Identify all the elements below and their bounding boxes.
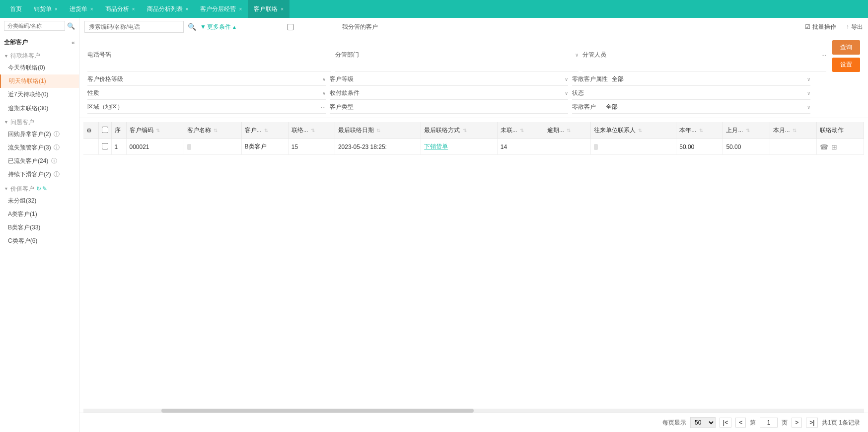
info-icon: ⓘ — [54, 131, 60, 138]
filter-payment: 收付款条件 ∨ — [330, 89, 568, 100]
cell-contact: 15 — [288, 139, 335, 155]
chevron-down-icon[interactable]: ∨ — [565, 76, 568, 82]
row-checkbox[interactable] — [102, 143, 108, 149]
sidebar-item-class-c[interactable]: C类客户(6) — [0, 234, 79, 248]
top-nav: 首页 销货单 × 进货单 × 商品分析 × 商品分析列表 × 客户分层经营 × … — [0, 0, 868, 18]
sidebar-item-repurchase-anomaly[interactable]: 回购异常客户(2) ⓘ — [0, 128, 79, 141]
chevron-up-icon: ▲ — [232, 24, 237, 30]
close-icon[interactable]: × — [90, 6, 93, 12]
col-code[interactable]: 客户编码 ⇅ — [126, 122, 184, 139]
filter-phone: 电话号码 — [87, 40, 331, 72]
triangle-icon: ▼ — [4, 54, 8, 59]
settings-btn[interactable]: 设置 — [832, 58, 860, 72]
sidebar-item-declining[interactable]: 持续下滑客户(2) ⓘ — [0, 168, 79, 181]
my-customer-checkbox[interactable]: 我分管的客户 — [241, 23, 378, 31]
per-page-select[interactable]: 50 100 200 — [690, 417, 716, 428]
col-name[interactable]: 客户名称 ⇅ — [184, 122, 241, 139]
chevron-down-icon[interactable]: ∨ — [807, 90, 810, 96]
export-btn[interactable]: ↑ 导出 — [846, 23, 863, 31]
col-checkbox[interactable] — [98, 122, 111, 139]
cell-not-contacted: 14 — [497, 139, 544, 155]
sidebar-item-churn-warning[interactable]: 流失预警客户(3) ⓘ — [0, 141, 79, 154]
cell-this-year: 50.00 — [676, 139, 723, 155]
col-last-month[interactable]: 上月... ⇅ — [723, 122, 770, 139]
search-input[interactable] — [84, 21, 184, 33]
chevron-down-icon[interactable]: ∨ — [575, 52, 579, 58]
scrollbar-thumb[interactable] — [161, 409, 474, 413]
filter-icon: ▼ — [200, 23, 206, 30]
sidebar-section-problem: ▼ 问题客户 — [0, 115, 79, 128]
col-this-month[interactable]: 本月... ⇅ — [770, 122, 816, 139]
collapse-icon[interactable]: « — [72, 39, 75, 46]
nav-customer-contact[interactable]: 客户联络 × — [248, 0, 289, 18]
cell-type: B类客户 — [241, 139, 288, 155]
phone-input[interactable] — [121, 52, 331, 59]
sidebar-search-icon[interactable]: 🔍 — [67, 22, 75, 30]
chevron-down-icon[interactable]: ∨ — [322, 90, 326, 96]
more-icon[interactable]: ··· — [321, 104, 326, 111]
col-not-contacted[interactable]: 未联... ⇅ — [497, 122, 544, 139]
cell-name[interactable] — [184, 139, 241, 155]
chevron-down-icon[interactable]: ∨ — [565, 90, 568, 96]
sidebar-search-input[interactable] — [4, 21, 65, 31]
nav-customer-tier[interactable]: 客户分层经营 × — [194, 0, 248, 18]
nav-sales[interactable]: 销货单 × — [28, 0, 64, 18]
close-icon[interactable]: × — [186, 6, 189, 12]
sidebar: 🔍 全部客户 « ▼ 待联络客户 今天待联络(0) 明天待联络(1) 近7天待联… — [0, 18, 79, 432]
sort-icon: ⇅ — [567, 128, 571, 133]
edit-icon[interactable]: ✎ — [42, 185, 47, 192]
col-contact[interactable]: 联络... ⇅ — [288, 122, 335, 139]
col-unit-contact[interactable]: 往来单位联系人 ⇅ — [591, 122, 676, 139]
chevron-down-icon[interactable]: ∨ — [322, 76, 326, 82]
cell-last-method[interactable]: 下销货单 — [421, 139, 497, 155]
col-settings[interactable]: ⚙ — [83, 122, 98, 139]
nav-product-analysis-list[interactable]: 商品分析列表 × — [141, 0, 195, 18]
cell-code: 000021 — [126, 139, 184, 155]
sidebar-item-churned[interactable]: 已流失客户(24) ⓘ — [0, 154, 79, 168]
cell-checkbox[interactable] — [98, 139, 111, 155]
page-input[interactable] — [760, 418, 778, 428]
chevron-down-icon[interactable]: ∨ — [807, 76, 810, 82]
col-overdue[interactable]: 逾期... ⇅ — [544, 122, 590, 139]
more-icon[interactable]: ··· — [821, 52, 826, 59]
sort-icon: ⇅ — [793, 128, 796, 133]
phone-icon[interactable]: ☎ — [820, 143, 828, 151]
grid-icon[interactable]: ⊞ — [831, 143, 837, 151]
sidebar-item-tomorrow[interactable]: 明天待联络(1) — [0, 74, 79, 88]
close-icon[interactable]: × — [132, 6, 135, 12]
chevron-down-icon[interactable]: ∨ — [807, 104, 810, 110]
sidebar-item-class-b[interactable]: B类客户(33) — [0, 221, 79, 234]
sidebar-item-today[interactable]: 今天待联络(0) — [0, 61, 79, 74]
sidebar-item-overdue[interactable]: 逾期未联络(30) — [0, 102, 79, 115]
name-tag — [187, 144, 191, 150]
last-page-btn[interactable]: >| — [806, 418, 818, 428]
next-page-btn[interactable]: > — [792, 418, 802, 428]
col-last-method[interactable]: 最后联络方式 ⇅ — [421, 122, 497, 139]
query-btn[interactable]: 查询 — [832, 40, 860, 55]
col-no: 序 — [111, 122, 126, 139]
select-all-checkbox[interactable] — [102, 127, 108, 133]
horizontal-scrollbar[interactable] — [83, 409, 864, 413]
refresh-icon[interactable]: ↻ — [36, 185, 41, 192]
close-icon[interactable]: × — [55, 6, 58, 12]
col-last-date[interactable]: 最后联络日期 ⇅ — [335, 122, 421, 139]
nav-product-analysis[interactable]: 商品分析 × — [99, 0, 141, 18]
my-customer-check[interactable] — [241, 24, 340, 30]
prev-page-btn[interactable]: < — [735, 418, 746, 428]
sidebar-item-class-a[interactable]: A类客户(1) — [0, 208, 79, 221]
filter-dept: 分管部门 ∨ — [335, 40, 579, 72]
col-type[interactable]: 客户... ⇅ — [241, 122, 288, 139]
search-icon[interactable]: 🔍 — [188, 23, 196, 31]
nav-purchase[interactable]: 进货单 × — [64, 0, 99, 18]
sidebar-item-7days[interactable]: 近7天待联络(0) — [0, 88, 79, 101]
sidebar-item-ungrouped[interactable]: 未分组(32) — [0, 194, 79, 208]
cell-last-month: 50.00 — [723, 139, 770, 155]
first-page-btn[interactable]: |< — [720, 418, 731, 428]
close-icon[interactable]: × — [239, 6, 242, 12]
export-icon: ↑ — [846, 23, 849, 30]
col-this-year[interactable]: 本年... ⇅ — [676, 122, 723, 139]
batch-operation-btn[interactable]: ☑ 批量操作 — [805, 23, 836, 31]
nav-home[interactable]: 首页 — [4, 0, 28, 18]
filter-btn[interactable]: ▼ 更多条件 ▲ — [200, 23, 237, 31]
close-icon[interactable]: × — [281, 6, 284, 12]
